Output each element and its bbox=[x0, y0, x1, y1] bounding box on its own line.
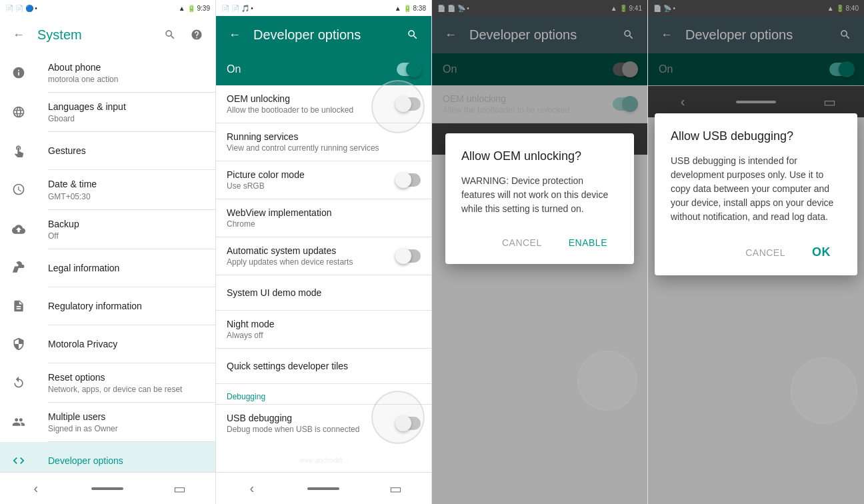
webview-text: WebView implementation Chrome bbox=[227, 207, 421, 229]
settings-item-privacy[interactable]: Motorola Privacy bbox=[0, 325, 215, 363]
app-bar-1: ← System bbox=[0, 16, 215, 53]
settings-list-1: About phone motorola one action Language… bbox=[0, 53, 215, 472]
reset-icon bbox=[11, 375, 27, 391]
dev-item-running[interactable]: Running services View and control curren… bbox=[216, 123, 431, 161]
on-toggle-2[interactable] bbox=[397, 63, 421, 76]
autoupdate-toggle[interactable] bbox=[397, 249, 421, 263]
datetime-icon bbox=[11, 181, 27, 197]
dev-item-usb[interactable]: USB debugging Debug mode when USB is con… bbox=[216, 405, 431, 442]
usb-subtitle: Debug mode when USB is connected bbox=[227, 425, 397, 434]
night-text: Night mode Always off bbox=[227, 319, 421, 340]
running-title: Running services bbox=[227, 131, 421, 142]
usb-cancel-button[interactable]: Cancel bbox=[735, 240, 796, 265]
settings-item-about[interactable]: About phone motorola one action bbox=[0, 53, 215, 92]
bottom-nav-1: ‹ ▭ bbox=[0, 472, 215, 504]
dev-item-demo[interactable]: System UI demo mode bbox=[216, 275, 431, 310]
notification-icons: 📄 📄 🔵 • bbox=[5, 5, 37, 12]
usb-dialog: Allow USB debugging? USB debugging is in… bbox=[655, 113, 857, 275]
languages-subtitle: Gboard bbox=[48, 114, 205, 123]
on-bar-2: On bbox=[216, 53, 431, 85]
legal-title: Legal information bbox=[48, 262, 205, 274]
privacy-icon bbox=[11, 336, 27, 352]
about-title: About phone bbox=[48, 61, 205, 73]
recent-nav-1[interactable]: ▭ bbox=[163, 473, 195, 505]
app-bar-title-1: System bbox=[37, 27, 151, 43]
oem-dialog-body: WARNING: Device protection features will… bbox=[461, 174, 618, 216]
settings-item-regulatory[interactable]: Regulatory information bbox=[0, 287, 215, 325]
usb-text: USB debugging Debug mode when USB is con… bbox=[227, 413, 397, 434]
demo-text: System UI demo mode bbox=[227, 287, 421, 298]
picture-title: Picture color mode bbox=[227, 169, 397, 180]
developer-text: Developer options bbox=[48, 455, 205, 467]
wifi-icon: ▲ bbox=[179, 5, 185, 12]
picture-subtitle: Use sRGB bbox=[227, 181, 397, 191]
settings-item-datetime[interactable]: Date & time GMT+05:30 bbox=[0, 170, 215, 209]
reset-text: Reset options Network, apps, or device c… bbox=[48, 371, 205, 394]
usb-toggle[interactable] bbox=[397, 417, 421, 430]
dev-item-webview[interactable]: WebView implementation Chrome bbox=[216, 199, 431, 237]
users-icon bbox=[11, 414, 27, 430]
about-icon bbox=[11, 65, 27, 81]
night-subtitle: Always off bbox=[227, 331, 421, 340]
regulatory-title: Regulatory information bbox=[48, 300, 205, 312]
app-bar-icons-1 bbox=[162, 27, 205, 43]
battery-icon-2: 🔋 bbox=[403, 5, 411, 12]
search-button-2[interactable] bbox=[405, 27, 421, 43]
panel-developer-usb-dialog: 📄 📡 • ▲ 🔋 8:40 ← Developer options On Al… bbox=[648, 0, 864, 504]
dev-item-quicksettings[interactable]: Quick settings developer tiles bbox=[216, 349, 431, 383]
dev-item-autoupdate[interactable]: Automatic system updates Apply updates w… bbox=[216, 237, 431, 275]
autoupdate-text: Automatic system updates Apply updates w… bbox=[227, 245, 397, 267]
home-nav-2[interactable] bbox=[307, 487, 339, 490]
status-icons-right-2: ▲ 🔋 8:38 bbox=[395, 5, 426, 12]
toggle-thumb-on-2 bbox=[406, 61, 422, 77]
back-button-1[interactable]: ← bbox=[11, 27, 27, 43]
back-nav-2[interactable]: ‹ bbox=[236, 473, 268, 505]
home-nav-1[interactable] bbox=[91, 487, 123, 490]
autoupdate-title: Automatic system updates bbox=[227, 245, 397, 256]
app-bar-2: ← Developer options bbox=[216, 16, 431, 53]
oem-cancel-button[interactable]: Cancel bbox=[491, 232, 553, 253]
regulatory-icon bbox=[11, 298, 27, 314]
oem-toggle[interactable] bbox=[397, 97, 421, 111]
dev-item-night[interactable]: Night mode Always off bbox=[216, 311, 431, 348]
status-bar-2: 📄 📄 🎵 • ▲ 🔋 8:38 bbox=[216, 0, 431, 16]
about-text: About phone motorola one action bbox=[48, 61, 205, 84]
status-icons-left-2: 📄 📄 🎵 • bbox=[221, 5, 253, 12]
backup-text: Backup Off bbox=[48, 218, 205, 241]
users-title: Multiple users bbox=[48, 411, 205, 423]
settings-item-developer[interactable]: Developer options bbox=[0, 442, 215, 472]
settings-item-reset[interactable]: Reset options Network, apps, or device c… bbox=[0, 363, 215, 402]
demo-title: System UI demo mode bbox=[227, 287, 421, 298]
running-subtitle: View and control currently running servi… bbox=[227, 143, 421, 153]
languages-text: Languages & input Gboard bbox=[48, 101, 205, 123]
reset-title: Reset options bbox=[48, 371, 205, 383]
settings-item-users[interactable]: Multiple users Signed in as Owner bbox=[0, 403, 215, 441]
dev-item-oem[interactable]: OEM unlocking Allow the bootloader to be… bbox=[216, 85, 431, 123]
back-nav-1[interactable]: ‹ bbox=[20, 473, 52, 505]
webview-subtitle: Chrome bbox=[227, 219, 421, 229]
dev-item-picture[interactable]: Picture color mode Use sRGB bbox=[216, 161, 431, 199]
back-button-2[interactable]: ← bbox=[227, 27, 243, 43]
oem-dialog-actions: Cancel Enable bbox=[461, 227, 618, 259]
settings-item-languages[interactable]: Languages & input Gboard bbox=[0, 93, 215, 131]
dev-options-list-2: OEM unlocking Allow the bootloader to be… bbox=[216, 85, 431, 472]
oem-text: OEM unlocking Allow the bootloader to be… bbox=[227, 93, 397, 115]
picture-toggle-thumb bbox=[395, 172, 411, 188]
picture-toggle[interactable] bbox=[397, 173, 421, 187]
about-subtitle: motorola one action bbox=[48, 75, 205, 84]
oem-subtitle: Allow the bootloader to be unlocked bbox=[227, 105, 397, 115]
usb-title: USB debugging bbox=[227, 413, 397, 423]
battery-icon: 🔋 bbox=[187, 5, 195, 12]
help-button-1[interactable] bbox=[189, 27, 205, 43]
gestures-icon bbox=[11, 143, 27, 159]
reset-subtitle: Network, apps, or device can be reset bbox=[48, 385, 205, 394]
usb-ok-button[interactable]: OK bbox=[801, 240, 841, 265]
oem-enable-button[interactable]: Enable bbox=[558, 232, 618, 253]
datetime-title: Date & time bbox=[48, 178, 205, 190]
recent-nav-2[interactable]: ▭ bbox=[379, 473, 411, 505]
settings-item-backup[interactable]: Backup Off bbox=[0, 210, 215, 249]
search-button-1[interactable] bbox=[162, 27, 178, 43]
settings-item-gestures[interactable]: Gestures bbox=[0, 132, 215, 169]
settings-item-legal[interactable]: Legal information bbox=[0, 249, 215, 287]
night-title: Night mode bbox=[227, 319, 421, 329]
